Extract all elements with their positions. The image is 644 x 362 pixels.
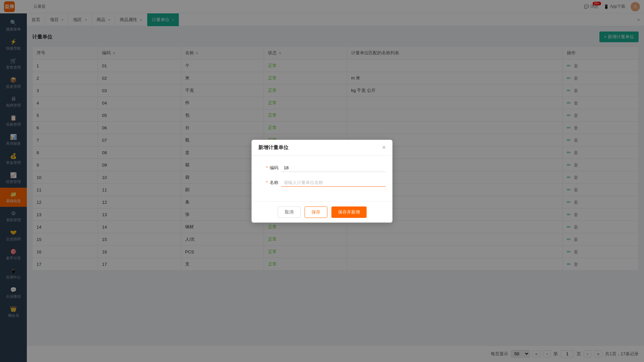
form-label-code: * 编码 bbox=[258, 165, 278, 171]
form-row-code: * 编码 bbox=[258, 164, 386, 172]
modal-footer: 取消 保存 保存并新增 bbox=[252, 201, 392, 223]
save-button[interactable]: 保存 bbox=[305, 206, 327, 218]
modal-close-button[interactable]: × bbox=[382, 144, 386, 150]
modal-body: * 编码 * 名称 bbox=[252, 156, 392, 201]
cancel-button[interactable]: 取消 bbox=[278, 206, 301, 218]
code-input[interactable] bbox=[281, 164, 386, 172]
modal-title: 新增计量单位 bbox=[258, 144, 288, 151]
add-unit-modal: 新增计量单位 × * 编码 * 名称 取消 保存 保存并新增 bbox=[252, 140, 392, 223]
modal-overlay[interactable]: 新增计量单位 × * 编码 * 名称 取消 保存 保存并新增 bbox=[0, 0, 644, 362]
form-label-name: * 名称 bbox=[258, 180, 278, 186]
save-and-new-button[interactable]: 保存并新增 bbox=[331, 206, 367, 218]
form-row-name: * 名称 bbox=[258, 179, 386, 187]
name-input[interactable] bbox=[281, 179, 386, 187]
modal-header: 新增计量单位 × bbox=[252, 140, 392, 156]
